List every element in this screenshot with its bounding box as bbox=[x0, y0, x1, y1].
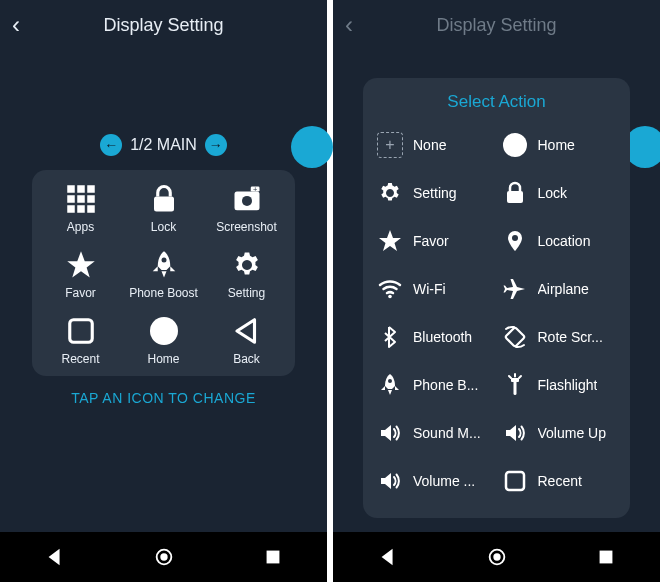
action-label: Home bbox=[538, 137, 575, 153]
floating-touch-dot[interactable] bbox=[291, 126, 333, 168]
top-bar: ‹ Display Setting bbox=[333, 0, 660, 50]
action-label: Lock bbox=[538, 185, 568, 201]
circle-icon bbox=[503, 133, 527, 157]
lock-icon bbox=[503, 181, 527, 205]
svg-point-29 bbox=[493, 553, 500, 560]
cell-label: Setting bbox=[228, 286, 265, 300]
star-icon bbox=[66, 250, 96, 280]
grid-cell-favor[interactable]: Favor bbox=[44, 250, 118, 300]
square-icon bbox=[66, 316, 96, 346]
nav-recent-icon[interactable] bbox=[591, 542, 621, 572]
action-wi-fi[interactable]: Wi-Fi bbox=[375, 270, 494, 308]
page-title: Display Setting bbox=[345, 15, 648, 36]
grid-cell-lock[interactable]: Lock bbox=[127, 184, 201, 234]
action-setting[interactable]: Setting bbox=[375, 174, 494, 212]
circle-icon bbox=[150, 317, 178, 345]
pin-icon bbox=[503, 229, 527, 253]
action-label: Bluetooth bbox=[413, 329, 472, 345]
grid-cell-setting[interactable]: Setting bbox=[210, 250, 284, 300]
action-label: Rote Scr... bbox=[538, 329, 603, 345]
action-volume-up[interactable]: Volume Up bbox=[500, 414, 619, 452]
volume-icon bbox=[378, 421, 402, 445]
star-icon bbox=[378, 229, 402, 253]
action-label: Phone B... bbox=[413, 377, 478, 393]
action-label: None bbox=[413, 137, 446, 153]
pager: ← 1/2 MAIN → bbox=[0, 134, 327, 156]
action-lock[interactable]: Lock bbox=[500, 174, 619, 212]
grid-cell-recent[interactable]: Recent bbox=[44, 316, 118, 366]
cell-label: Screenshot bbox=[216, 220, 277, 234]
pager-prev-button[interactable]: ← bbox=[100, 134, 122, 156]
action-label: Recent bbox=[538, 473, 582, 489]
cell-label: Lock bbox=[151, 220, 176, 234]
bluetooth-icon bbox=[378, 325, 402, 349]
modal-title: Select Action bbox=[363, 78, 630, 122]
nav-home-icon[interactable] bbox=[482, 542, 512, 572]
svg-rect-27 bbox=[266, 551, 279, 564]
action-label: Sound M... bbox=[413, 425, 481, 441]
rocket-icon bbox=[378, 373, 402, 397]
action-label: Favor bbox=[413, 233, 449, 249]
action-favor[interactable]: Favor bbox=[375, 222, 494, 260]
top-bar: ‹ Display Setting bbox=[0, 0, 327, 50]
action-label: Volume Up bbox=[538, 425, 606, 441]
gear-icon bbox=[232, 250, 262, 280]
volume-icon bbox=[378, 469, 402, 493]
action-label: Airplane bbox=[538, 281, 589, 297]
action-flashlight[interactable]: Flashlight bbox=[500, 366, 619, 404]
lock-icon bbox=[149, 184, 179, 214]
action-none[interactable]: +None bbox=[375, 126, 494, 164]
nav-back-icon[interactable] bbox=[40, 542, 70, 572]
cell-label: Home bbox=[147, 352, 179, 366]
action-home[interactable]: Home bbox=[500, 126, 619, 164]
apps-icon bbox=[66, 184, 96, 214]
grid-cell-screenshot[interactable]: Screenshot bbox=[210, 184, 284, 234]
action-label: Volume ... bbox=[413, 473, 475, 489]
content-area: Select Action +NoneHomeSettingLockFavorL… bbox=[333, 50, 660, 532]
rotate-icon bbox=[503, 325, 527, 349]
camera-icon bbox=[232, 184, 262, 214]
action-airplane[interactable]: Airplane bbox=[500, 270, 619, 308]
hint-text: TAP AN ICON TO CHANGE bbox=[0, 390, 327, 406]
action-bluetooth[interactable]: Bluetooth bbox=[375, 318, 494, 356]
pager-label: 1/2 MAIN bbox=[130, 136, 197, 154]
cell-label: Recent bbox=[61, 352, 99, 366]
square-icon bbox=[503, 469, 527, 493]
gear-icon bbox=[378, 181, 402, 205]
volume-icon bbox=[503, 421, 527, 445]
grid-cell-phone-boost[interactable]: Phone Boost bbox=[127, 250, 201, 300]
flashlight-icon bbox=[503, 373, 527, 397]
airplane-icon bbox=[503, 277, 527, 301]
rocket-icon bbox=[149, 250, 179, 280]
nav-home-icon[interactable] bbox=[149, 542, 179, 572]
action-label: Wi-Fi bbox=[413, 281, 446, 297]
nav-recent-icon[interactable] bbox=[258, 542, 288, 572]
wifi-icon bbox=[378, 277, 402, 301]
grid-cell-apps[interactable]: Apps bbox=[44, 184, 118, 234]
content-area: ← 1/2 MAIN → AppsLockScreenshotFavorPhon… bbox=[0, 50, 327, 532]
phone-left: ‹ Display Setting ← 1/2 MAIN → AppsLockS… bbox=[0, 0, 327, 582]
grid-cell-back[interactable]: Back bbox=[210, 316, 284, 366]
icon-panel: AppsLockScreenshotFavorPhone BoostSettin… bbox=[32, 170, 295, 376]
action-volume[interactable]: Volume ... bbox=[375, 462, 494, 500]
cell-label: Apps bbox=[67, 220, 94, 234]
android-navbar bbox=[333, 532, 660, 582]
cell-label: Back bbox=[233, 352, 260, 366]
cell-label: Phone Boost bbox=[129, 286, 198, 300]
nav-back-icon[interactable] bbox=[373, 542, 403, 572]
page-title: Display Setting bbox=[12, 15, 315, 36]
phone-right: ‹ Display Setting Select Action +NoneHom… bbox=[333, 0, 660, 582]
pager-next-button[interactable]: → bbox=[205, 134, 227, 156]
triangle-left-icon bbox=[232, 316, 262, 346]
android-navbar bbox=[0, 532, 327, 582]
select-action-modal: Select Action +NoneHomeSettingLockFavorL… bbox=[363, 78, 630, 518]
cell-label: Favor bbox=[65, 286, 96, 300]
grid-cell-home[interactable]: Home bbox=[127, 316, 201, 366]
svg-point-26 bbox=[160, 553, 167, 560]
action-rote-scr[interactable]: Rote Scr... bbox=[500, 318, 619, 356]
action-sound-m[interactable]: Sound M... bbox=[375, 414, 494, 452]
action-phone-b[interactable]: Phone B... bbox=[375, 366, 494, 404]
action-location[interactable]: Location bbox=[500, 222, 619, 260]
action-label: Location bbox=[538, 233, 591, 249]
action-recent[interactable]: Recent bbox=[500, 462, 619, 500]
